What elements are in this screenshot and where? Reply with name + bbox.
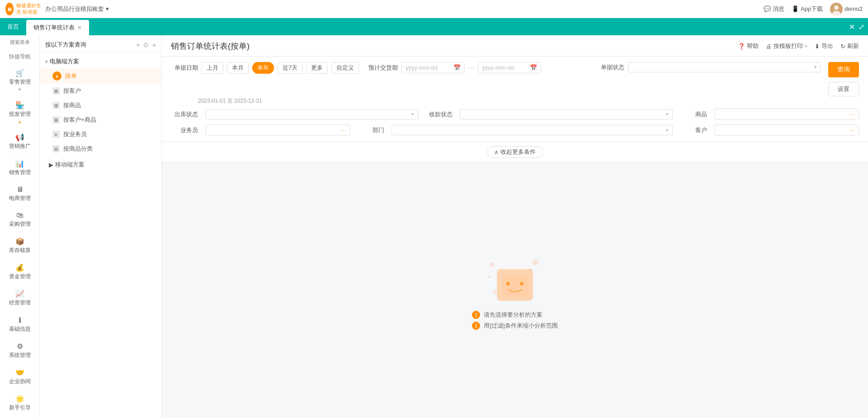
refresh-label: 刷新 (847, 42, 859, 50)
scheme-pc-group: ▾ 电脑端方案 ● 按单 ⊞ 按客户 ⊞ 按商品 (40, 53, 161, 158)
scheme-item-by-salesperson[interactable]: ≡ 按业务员 (40, 127, 161, 142)
sidebar-item-basic-info[interactable]: ℹ 基础信息 (0, 311, 39, 337)
tab-home-label: 首页 (7, 23, 19, 31)
sidebar-item-marketing[interactable]: 📢 营销推广 (0, 128, 39, 155)
sidebar-item-app-center[interactable]: 🧩 应用中心 (0, 416, 39, 418)
date-this-month[interactable]: 本月 (227, 62, 249, 74)
content-area: 按以下方案查询 + ⊙ « ▾ 电脑端方案 ● 按单 (40, 35, 868, 418)
collapse-bar[interactable]: ∧ 收起更多条件 (162, 142, 868, 163)
tab-close-icon[interactable]: ✕ (77, 24, 82, 31)
goods-label: 商品 (680, 110, 707, 119)
sidebar-item-ops[interactable]: 📈 经营管理 (0, 285, 39, 311)
sidebar-item-new-guide[interactable]: 🌟 新手引导 (0, 390, 39, 416)
svg-rect-6 (501, 274, 528, 296)
app-title-text: 办公用品行业模拟账套 (45, 5, 104, 13)
date-last7[interactable]: 近7天 (278, 62, 302, 74)
customer-input[interactable]: ··· (714, 124, 859, 136)
expected-date-from[interactable]: yyyy-mm-dd 📅 (401, 62, 465, 73)
scheme-item-by-customer[interactable]: ⊞ 按客户 (40, 84, 161, 98)
scheme-item-by-order[interactable]: ● 按单 (40, 68, 161, 84)
export-btn[interactable]: ⬇ 导出 (815, 42, 833, 50)
scheme-add-icon[interactable]: + (136, 41, 140, 48)
scheme-item-by-product-cat[interactable]: ⊟ 按商品分类 (40, 142, 161, 156)
sidebar-item-retail-mgmt[interactable]: 🛒 零售管理 ▾ (0, 64, 39, 96)
sidebar-search[interactable]: 搜索菜单 (0, 35, 39, 49)
sales-mgmt-icon: 📊 (15, 159, 24, 168)
by-product-icon: ⊞ (52, 102, 60, 109)
expected-date-to[interactable]: yyyy-mm-dd 📅 (478, 62, 541, 73)
pc-group-arrow: ▾ (45, 59, 48, 65)
query-button[interactable]: 查询 (828, 62, 859, 77)
mobile-group-arrow: ▶ (49, 162, 53, 168)
filter-row-2: 出库状态 ▾ 收款状态 ▾ 商品 ··· (171, 109, 859, 120)
sidebar-item-label-marketing: 营销推广 (9, 142, 31, 150)
salesperson-input-field[interactable] (209, 127, 341, 133)
sidebar-item-label-sales: 销售管理 (9, 169, 31, 176)
sidebar-item-sys[interactable]: ⚙ 系统管理 (0, 337, 39, 364)
scheme-settings-icon[interactable]: ⊙ (143, 41, 149, 48)
finance-icon: 💰 (15, 263, 24, 272)
svg-point-8 (520, 282, 524, 285)
collapse-button[interactable]: ∧ 收起更多条件 (487, 146, 542, 158)
sidebar-item-purchase[interactable]: 🛍 采购管理 (0, 207, 39, 233)
sidebar-item-finance[interactable]: 💰 资金管理 (0, 259, 39, 285)
dept-select[interactable]: ▾ (392, 125, 673, 135)
user-avatar[interactable]: demo2 (830, 3, 863, 15)
sidebar-item-corp-collab[interactable]: 🤝 企业协同 (0, 364, 39, 390)
expected-to-placeholder: yyyy-mm-dd (482, 64, 514, 71)
customer-input-field[interactable] (718, 127, 850, 133)
sidebar-item-label-retail: 零售管理 (9, 78, 31, 86)
scheme-item-by-customer-product[interactable]: ⊞ 按客户+商品 (40, 113, 161, 127)
template-print-btn[interactable]: 🖨 按模板打印 ▾ (766, 42, 807, 50)
scheme-mobile-group[interactable]: ▶ 移动端方案 (40, 158, 161, 171)
goods-dots[interactable]: ··· (850, 111, 855, 118)
date-this-year[interactable]: 本年 (252, 62, 274, 74)
scheme-item-by-product[interactable]: ⊞ 按商品 (40, 98, 161, 113)
filter-row-3: 业务员 ··· 部门 ▾ 客户 ··· (171, 124, 859, 136)
message-btn[interactable]: 💬 消息 (764, 5, 784, 13)
out-status-select[interactable]: ▾ (205, 109, 418, 119)
salesperson-dots[interactable]: ··· (341, 127, 346, 133)
bill-status-select[interactable]: ▾ (628, 62, 821, 72)
sidebar-item-inventory[interactable]: 📦 库存核算 (0, 233, 39, 259)
date-last-month[interactable]: 上月 (202, 62, 223, 74)
tab-bar-expand-icon[interactable]: ⤢ (859, 23, 864, 31)
app-download-icon: 📱 (792, 5, 799, 12)
tab-bar: 首页 销售订单统计表 ✕ ✕ ⤢ (0, 18, 868, 35)
top-bar: 畅 畅捷通好生意 标准版 办公用品行业模拟账套 ▾ 💬 消息 📱 App下载 d… (0, 0, 868, 18)
bill-status-arrow: ▾ (814, 64, 817, 70)
scheme-pc-group-title[interactable]: ▾ 电脑端方案 (40, 55, 161, 68)
sidebar-item-sales-mgmt[interactable]: 📊 销售管理 (0, 155, 39, 181)
customer-dots[interactable]: ··· (850, 127, 855, 133)
date-more[interactable]: 更多 (306, 62, 328, 74)
sidebar-quick-nav[interactable]: 快捷导航 (0, 49, 39, 64)
title-dropdown-arrow[interactable]: ▾ (106, 5, 109, 12)
message-icon: 💬 (764, 5, 771, 12)
template-print-dropdown[interactable]: ▾ (805, 43, 807, 49)
query-setting-col: 查询 设置 (828, 62, 859, 96)
scheme-item-by-order-label: 按单 (65, 72, 77, 80)
help-icon: ❓ (738, 43, 745, 50)
ops-icon: 📈 (15, 290, 24, 298)
message-label: 消息 (773, 5, 784, 13)
wholesale-expand-icon: ▴ (19, 119, 21, 124)
tab-home[interactable]: 首页 (0, 18, 26, 35)
goods-input-field[interactable] (718, 111, 850, 118)
scheme-collapse-icon[interactable]: « (152, 41, 156, 48)
refresh-btn[interactable]: ↻ 刷新 (840, 42, 859, 50)
pay-status-select[interactable]: ▾ (460, 109, 673, 119)
settings-button[interactable]: 设置 (828, 82, 859, 96)
tab-order-stats[interactable]: 销售订单统计表 ✕ (26, 20, 89, 35)
scheme-item-by-product-cat-label: 按商品分类 (63, 145, 93, 153)
tab-bar-close-icon[interactable]: ✕ (849, 23, 855, 31)
svg-point-10 (532, 259, 538, 266)
help-btn[interactable]: ❓ 帮助 (738, 42, 759, 50)
out-status-label: 出库状态 (171, 110, 198, 119)
salesperson-input[interactable]: ··· (205, 124, 350, 136)
right-panel: 销售订单统计表(按单) ❓ 帮助 🖨 按模板打印 ▾ ⬇ (162, 35, 868, 418)
app-download-btn[interactable]: 📱 App下载 (792, 5, 823, 13)
sidebar-item-wholesale-mgmt[interactable]: 🏪 批发管理 ▴ (0, 96, 39, 128)
goods-input[interactable]: ··· (714, 109, 859, 120)
date-custom[interactable]: 自定义 (331, 62, 359, 74)
sidebar-item-ecommerce[interactable]: 🖥 电商管理 (0, 181, 39, 207)
